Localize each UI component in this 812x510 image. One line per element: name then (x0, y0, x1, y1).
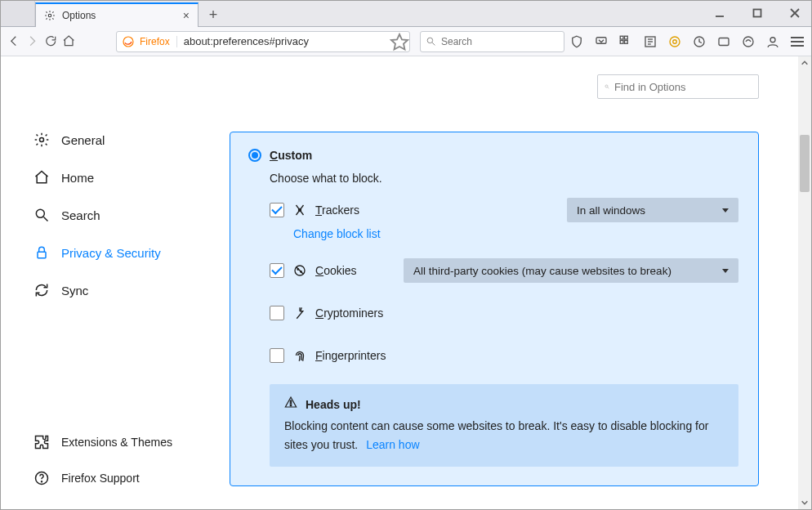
url-bar[interactable]: Firefox about:preferences#privacy (116, 31, 410, 52)
option-crypto-row: Cryptominers (270, 299, 738, 327)
tab-title: Options (62, 10, 96, 21)
sidebar-item-sync[interactable]: Sync (33, 282, 197, 298)
svg-rect-2 (754, 10, 761, 17)
help-icon (33, 470, 50, 486)
checkbox-cryptominers[interactable] (270, 306, 284, 320)
sidebar-item-privacy[interactable]: Privacy & Security (33, 244, 197, 261)
sidebar-item-home[interactable]: Home (33, 169, 197, 186)
svg-line-34 (297, 267, 304, 275)
svg-rect-11 (625, 36, 628, 39)
gear-icon (33, 132, 50, 148)
firefox-icon (122, 35, 135, 48)
find-in-options[interactable] (597, 74, 759, 99)
svg-rect-12 (620, 40, 623, 43)
window-controls (708, 4, 806, 22)
link-change-block-list[interactable]: Change block list (293, 227, 381, 240)
sidebar-item-support[interactable]: Firefox Support (33, 470, 197, 486)
toolbar-icon-apps[interactable] (618, 34, 633, 49)
svg-point-23 (770, 37, 775, 42)
dropdown-trackers[interactable]: In all windows (567, 198, 738, 222)
svg-rect-38 (290, 400, 291, 404)
dropdown-cookies[interactable]: All third-party cookies (may cause websi… (404, 258, 738, 283)
sidebar-item-extensions[interactable]: Extensions & Themes (33, 434, 197, 450)
svg-point-5 (123, 37, 133, 47)
sidebar-item-label: Home (61, 171, 94, 185)
gear-icon (44, 10, 56, 21)
sidebar-item-label: Search (61, 208, 100, 222)
content-area: General Home Search Privacy & Security (1, 56, 811, 509)
window-close-button[interactable] (783, 4, 806, 22)
sidebar-item-label: Firefox Support (61, 472, 140, 485)
window-minimize-button[interactable] (708, 4, 731, 22)
scroll-thumb[interactable] (800, 135, 810, 192)
tab-strip-spacer (1, 1, 35, 26)
nav-forward-button[interactable] (25, 33, 38, 51)
custom-blocking-panel: Custom Choose what to block. Trackers In… (230, 132, 759, 486)
sidebar-item-general[interactable]: General (33, 132, 197, 148)
toolbar-icon-ext3[interactable] (716, 34, 731, 49)
app-menu-button[interactable] (790, 34, 805, 49)
svg-point-0 (48, 14, 51, 17)
toolbar-icon-account[interactable] (765, 34, 780, 49)
option-cookies-row: Cookies All third-party cookies (may cau… (270, 257, 738, 284)
option-trackers-row: Trackers In all windows (270, 196, 738, 224)
nav-home-button[interactable] (62, 33, 75, 51)
scroll-up-button[interactable] (798, 56, 811, 69)
toolbar-icon-ext1[interactable] (667, 34, 682, 49)
option-trackers-label: Trackers (315, 204, 359, 217)
caret-down-icon (722, 269, 729, 273)
bookmark-star-icon[interactable] (390, 32, 409, 51)
sidebar-item-search[interactable]: Search (33, 207, 197, 223)
svg-rect-10 (620, 36, 623, 39)
svg-point-26 (40, 138, 44, 142)
search-input[interactable] (441, 36, 564, 47)
search-bar[interactable] (420, 31, 564, 52)
trackers-icon (292, 203, 307, 217)
svg-rect-29 (38, 252, 46, 258)
find-in-options-input[interactable] (614, 81, 752, 93)
toolbar-icon-ext2[interactable] (692, 34, 707, 49)
browser-window: Options × + Firefox about:preferences#pr… (0, 0, 812, 510)
checkbox-cookies[interactable] (270, 263, 284, 278)
dropdown-value: In all windows (577, 204, 645, 217)
cookies-icon (292, 263, 307, 278)
search-icon (605, 81, 609, 92)
hamburger-icon (791, 37, 804, 47)
tab-strip: Options × + (1, 1, 811, 27)
dropdown-value: All third-party cookies (may cause websi… (413, 265, 671, 277)
svg-point-31 (42, 481, 42, 482)
checkbox-trackers[interactable] (270, 203, 284, 217)
toolbar-icon-reader[interactable] (643, 34, 658, 49)
navigation-toolbar: Firefox about:preferences#privacy (1, 27, 811, 56)
heads-up-banner: Heads up! Blocking content can cause som… (270, 384, 738, 467)
sidebar-item-label: General (61, 133, 105, 147)
toolbar-icon-ext4[interactable] (741, 34, 756, 49)
scroll-track[interactable] (798, 69, 811, 496)
tab-close-icon[interactable]: × (183, 9, 190, 22)
vertical-scrollbar[interactable] (798, 56, 811, 509)
nav-back-button[interactable] (7, 33, 20, 51)
sync-icon (33, 282, 50, 298)
preferences-sidebar: General Home Search Privacy & Security (33, 132, 197, 486)
url-text: about:preferences#privacy (177, 35, 390, 47)
svg-line-28 (44, 217, 48, 221)
svg-marker-6 (391, 34, 408, 50)
toolbar-icon-pocket[interactable] (594, 34, 609, 49)
tab-options[interactable]: Options × (35, 2, 199, 27)
fingerprint-icon (292, 348, 307, 363)
toolbar-icon-shield[interactable] (569, 34, 584, 49)
link-learn-how[interactable]: Learn how (366, 438, 419, 451)
svg-rect-21 (719, 38, 729, 45)
radio-custom[interactable] (248, 149, 261, 162)
window-maximize-button[interactable] (746, 4, 769, 22)
svg-rect-39 (290, 405, 291, 405)
search-icon (426, 36, 436, 47)
sidebar-item-label: Privacy & Security (61, 246, 161, 260)
svg-point-22 (743, 37, 753, 47)
nav-reload-button[interactable] (44, 33, 57, 51)
scroll-down-button[interactable] (798, 496, 811, 509)
new-tab-button[interactable]: + (202, 3, 225, 26)
panel-subtext: Choose what to block. (270, 172, 738, 185)
sidebar-item-label: Extensions & Themes (61, 436, 172, 449)
checkbox-fingerprinters[interactable] (270, 348, 284, 363)
